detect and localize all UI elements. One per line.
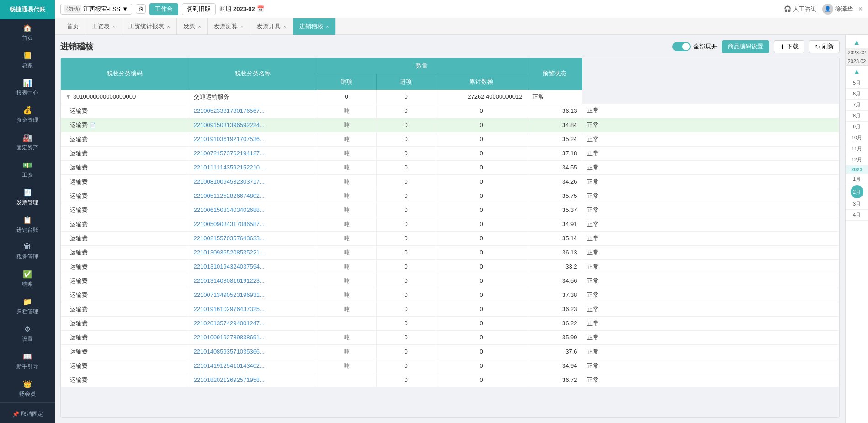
timeline-month-1[interactable]: 1月 xyxy=(846,174,868,185)
table-row[interactable]: 运输费 22100721573762194127... 吨 0 0 37.18 … xyxy=(61,146,839,160)
cell-name: 运输费 xyxy=(61,288,189,302)
expand-toggle[interactable]: 全部展开 xyxy=(672,42,717,51)
timeline-month-9[interactable]: 9月 xyxy=(846,122,868,132)
sidebar-item-funds[interactable]: 💰 资金管理 xyxy=(0,101,55,129)
cell-unit: 吨 xyxy=(317,231,376,245)
data-table-container: 税收分类编码 税收分类名称 数量 预警状态 销项 进项 累计数额 xyxy=(60,58,840,418)
timeline-panel: ▲ 2023.02 2023.02 ▲ 5月 6月 7月 8月 9月 10月 1… xyxy=(845,35,868,423)
table-row[interactable]: 运输费 22101111143592152210... 吨 0 0 34.55 … xyxy=(61,160,839,174)
sidebar-item-ledger[interactable]: 📒 总账 xyxy=(0,47,55,74)
workbench-button[interactable]: 工作台 xyxy=(149,3,178,15)
table-row[interactable]: 运输费 22101310194324037594... 吨 0 0 33.2 正… xyxy=(61,259,839,274)
table-row[interactable]: 运输费 22101408593571035366... 吨 0 0 37.6 正… xyxy=(61,344,839,359)
close-tab-salary-report[interactable]: × xyxy=(167,24,170,29)
tab-salary-table[interactable]: 工资表 × xyxy=(85,18,122,35)
company-selector[interactable]: (勿动) 江西报宝-LSS ▼ xyxy=(60,4,132,15)
unpin-button[interactable]: 📌 取消固定 xyxy=(2,407,53,422)
tab-invoices[interactable]: 发票 × xyxy=(177,18,208,35)
switch-version-button[interactable]: 切到旧版 xyxy=(182,3,216,15)
close-tab-invoices[interactable]: × xyxy=(198,24,201,29)
close-tab-invoice-calc[interactable]: × xyxy=(240,24,243,29)
calendar-icon[interactable]: 📅 xyxy=(257,5,264,12)
cell-sales: 0 xyxy=(376,344,436,359)
sidebar-item-reports[interactable]: 📊 报表中心 xyxy=(0,74,55,101)
timeline-month-2[interactable]: 2月 xyxy=(851,185,863,198)
table-row[interactable]: 运输费 22101910361921707536... 吨 0 0 35.24 … xyxy=(61,132,839,146)
copy-button[interactable]: ⎘ xyxy=(136,4,146,14)
timeline-month-11[interactable]: 11月 xyxy=(846,143,868,154)
timeline-month-3[interactable]: 3月 xyxy=(846,199,868,210)
user-avatar: 👤 xyxy=(822,4,833,15)
sidebar-item-salary[interactable]: 💵 工资 xyxy=(0,156,55,184)
cell-purchase: 0 xyxy=(436,344,527,359)
sidebar-item-label: 工资 xyxy=(22,171,33,179)
tab-home[interactable]: 首页 xyxy=(60,18,85,35)
sidebar-item-tax[interactable]: 🏛 税务管理 xyxy=(0,238,55,265)
timeline-month-5[interactable]: 5月 xyxy=(846,78,868,89)
tab-purchase-verify[interactable]: 进销稽核 × xyxy=(293,18,335,35)
table-row[interactable]: 运输费 22101419125410143402... 吨 0 0 34.94 … xyxy=(61,359,839,373)
timeline-nav-up2[interactable]: ▲ xyxy=(846,66,868,78)
download-button[interactable]: ⬇ 下载 xyxy=(774,40,804,53)
cell-name: 运输费 xyxy=(61,217,189,231)
close-tab-salary-table[interactable]: × xyxy=(112,24,115,29)
table-row[interactable]: 运输费 22100523381780176567... 吨 0 0 36.13 … xyxy=(61,104,839,118)
cell-sales: 0 xyxy=(376,203,436,217)
top-bar-right: 🎧 人工咨询 👤 徐泽华 × xyxy=(784,4,863,15)
table-row[interactable]: 运输费 22101314030816191223... 吨 0 0 34.56 … xyxy=(61,274,839,288)
timeline-month-8[interactable]: 8月 xyxy=(846,111,868,122)
sidebar-item-closing[interactable]: ✅ 结账 xyxy=(0,265,55,293)
table-row[interactable]: 运输费 22100713490523196931... 吨 0 0 37.38 … xyxy=(61,288,839,302)
cell-cumulative: 36.13 xyxy=(527,104,582,118)
support-button[interactable]: 🎧 人工咨询 xyxy=(784,5,817,13)
close-tab-invoice-open[interactable]: × xyxy=(283,24,286,29)
sidebar-item-assets[interactable]: 🏭 固定资产 xyxy=(0,129,55,156)
table-row[interactable]: ▼3010000000000000000 交通运输服务 0 0 27262.40… xyxy=(61,90,839,104)
table-row[interactable]: 运输费 22101309365208535221... 吨 0 0 36.13 … xyxy=(61,245,839,259)
close-button[interactable]: × xyxy=(858,5,863,13)
table-row[interactable]: 运输费 22100615083403402688... 吨 0 0 35.37 … xyxy=(61,203,839,217)
timeline-month-7[interactable]: 7月 xyxy=(846,100,868,111)
sidebar-item-purchase[interactable]: 📋 进销台账 xyxy=(0,211,55,238)
user-info[interactable]: 👤 徐泽华 xyxy=(822,4,853,15)
table-row[interactable]: 运输费 22100509034317086587... 吨 0 0 34.91 … xyxy=(61,217,839,231)
timeline-month-10[interactable]: 10月 xyxy=(846,132,868,143)
table-row[interactable]: 运输费 22101916102976437325... 吨 0 0 36.23 … xyxy=(61,302,839,316)
refresh-button[interactable]: ↻ 刷新 xyxy=(809,40,840,53)
tab-salary-report[interactable]: 工资统计报表 × xyxy=(122,18,176,35)
close-tab-purchase-verify[interactable]: × xyxy=(326,24,329,29)
table-row[interactable]: 运输费 22101009192789838691... 吨 0 0 35.99 … xyxy=(61,330,839,344)
cell-sales: 0 xyxy=(376,189,436,203)
sidebar-item-invoices[interactable]: 🧾 发票管理 xyxy=(0,184,55,211)
toggle-switch[interactable] xyxy=(672,42,691,51)
timeline-month-4[interactable]: 4月 xyxy=(846,210,868,221)
tab-invoice-calc[interactable]: 发票测算 × xyxy=(208,18,250,35)
cell-unit: 吨 xyxy=(317,146,376,160)
sidebar-item-settings[interactable]: ⚙ 设置 xyxy=(0,320,55,348)
period-display: 账期 2023-02 📅 xyxy=(219,5,264,13)
cell-unit: 吨 xyxy=(317,104,376,118)
table-row[interactable]: 运输费 22100215570357643633... 吨 0 0 35.14 … xyxy=(61,231,839,245)
cell-sales: 0 xyxy=(376,217,436,231)
table-row[interactable]: 运输费 22100511252826674802... 吨 0 0 35.75 … xyxy=(61,189,839,203)
cell-unit: 吨 xyxy=(317,118,376,132)
table-row[interactable]: 运输费 22100810094532303717... 吨 0 0 34.26 … xyxy=(61,174,839,189)
sidebar-item-archive[interactable]: 📁 归档管理 xyxy=(0,293,55,320)
cell-cumulative: 35.14 xyxy=(527,231,582,245)
cell-sales: 0 xyxy=(376,160,436,174)
cell-invoice-code: 22100713490523196931... xyxy=(189,288,317,302)
sidebar-item-home[interactable]: 🏠 首页 xyxy=(0,19,55,47)
cell-invoice-code: 22101111143592152210... xyxy=(189,160,317,174)
cell-purchase: 0 xyxy=(436,160,527,174)
timeline-month-6[interactable]: 6月 xyxy=(846,89,868,100)
tab-invoice-open[interactable]: 发票开具 × xyxy=(250,18,293,35)
settings-button[interactable]: 商品编码设置 xyxy=(722,40,769,53)
sidebar-item-member[interactable]: 👑 畅会员 xyxy=(0,375,55,402)
table-row[interactable]: 运输费 📄 22100915031396592224... 吨 0 0 34.8… xyxy=(61,118,839,132)
funds-icon: 💰 xyxy=(23,106,32,115)
timeline-nav-up[interactable]: ▲ xyxy=(846,37,868,48)
timeline-month-12[interactable]: 12月 xyxy=(846,154,868,165)
sidebar-item-guide[interactable]: 📖 新手引导 xyxy=(0,348,55,375)
table-row[interactable]: 运输费 22101820212692571958... 0 0 36.72 正常 xyxy=(61,373,839,387)
table-row[interactable]: 运输费 22102013574294001247... 0 0 36.22 正常 xyxy=(61,316,839,330)
